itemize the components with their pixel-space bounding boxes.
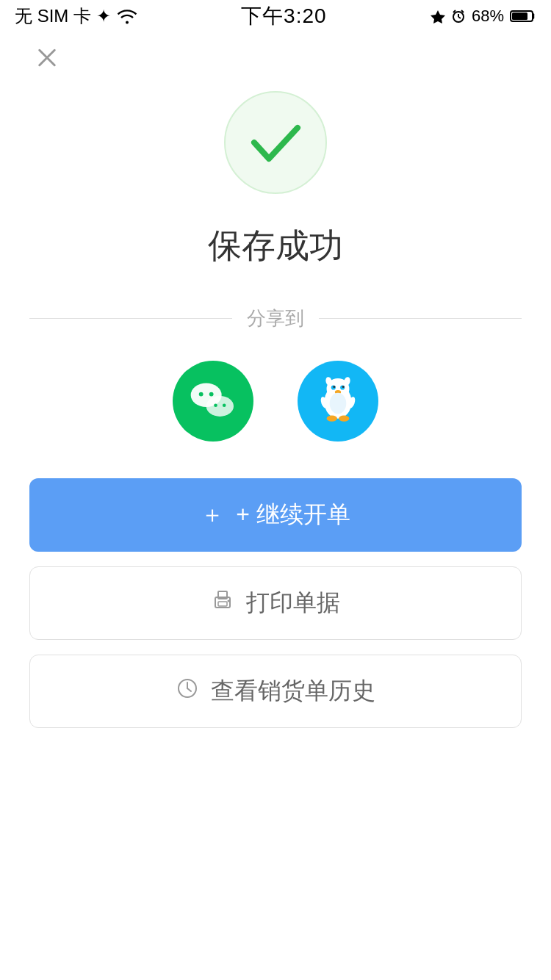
svg-point-6 — [206, 395, 234, 416]
history-icon — [176, 677, 199, 706]
wechat-share-button[interactable] — [173, 361, 253, 442]
wechat-icon — [187, 378, 239, 425]
view-history-button[interactable]: 查看销货单历史 — [29, 655, 522, 728]
divider-label: 分享到 — [232, 306, 319, 331]
print-label: 打印单据 — [246, 587, 340, 619]
check-icon — [248, 120, 303, 165]
main-content: 保存成功 分享到 — [0, 32, 551, 728]
success-title: 保存成功 — [208, 223, 343, 269]
qq-icon — [315, 375, 361, 427]
status-right: 68% — [431, 7, 536, 26]
continue-order-label: + 继续开单 — [236, 499, 350, 531]
history-label: 查看销货单历史 — [211, 675, 375, 707]
svg-point-15 — [333, 386, 335, 388]
success-icon-circle — [224, 91, 327, 194]
action-buttons: ＋ + 继续开单 打印单据 — [0, 478, 551, 728]
svg-point-16 — [342, 386, 345, 388]
battery-label: 68% — [472, 7, 504, 26]
svg-rect-4 — [512, 12, 527, 20]
svg-point-9 — [214, 403, 217, 407]
share-section: 分享到 — [0, 306, 551, 442]
no-sim-label: 无 SIM 卡 ✦ — [15, 4, 111, 28]
svg-point-21 — [327, 416, 337, 422]
svg-line-31 — [187, 688, 191, 691]
svg-point-22 — [339, 416, 349, 422]
svg-point-7 — [199, 392, 204, 396]
battery-icon — [510, 9, 536, 24]
divider-right — [319, 318, 522, 319]
location-icon — [431, 9, 445, 24]
divider-left — [29, 318, 232, 319]
print-icon — [211, 588, 234, 618]
svg-point-20 — [330, 393, 347, 414]
print-button[interactable]: 打印单据 — [29, 566, 522, 640]
qq-share-button[interactable] — [298, 361, 378, 442]
svg-rect-27 — [218, 602, 227, 606]
svg-point-8 — [209, 392, 214, 396]
svg-line-2 — [458, 17, 461, 18]
continue-plus-icon: ＋ — [201, 499, 224, 531]
close-button[interactable] — [29, 40, 65, 75]
status-bar: 无 SIM 卡 ✦ 下午3:20 68% — [0, 0, 551, 32]
alarm-icon — [451, 9, 466, 24]
status-left: 无 SIM 卡 ✦ — [15, 4, 137, 28]
wifi-icon — [117, 8, 137, 24]
share-icons-row — [173, 361, 378, 442]
divider-row: 分享到 — [0, 306, 551, 331]
status-time: 下午3:20 — [241, 2, 327, 30]
svg-point-10 — [223, 403, 226, 407]
continue-order-button[interactable]: ＋ + 继续开单 — [29, 478, 522, 552]
svg-point-28 — [228, 600, 230, 602]
